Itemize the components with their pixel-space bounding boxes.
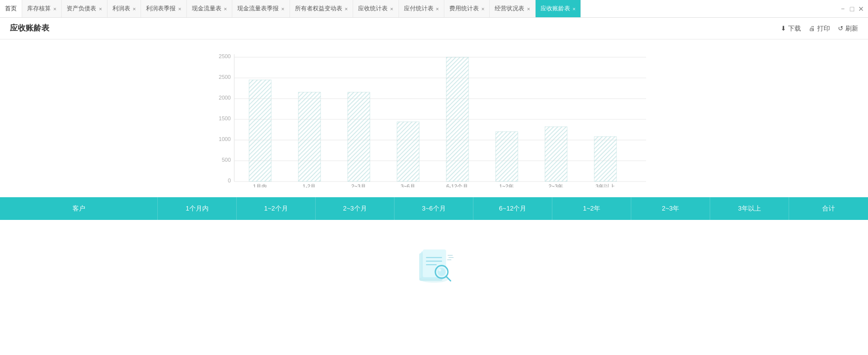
minimize-button[interactable]: － <box>839 4 846 13</box>
main-content: 0 500 1000 1500 2000 2500 2500 <box>0 39 868 355</box>
tab-equity[interactable]: 所有者权益变动表× <box>290 0 353 17</box>
svg-text:1000: 1000 <box>219 136 231 142</box>
tab-inventory[interactable]: 库存核算× <box>22 0 62 17</box>
svg-text:0: 0 <box>228 178 231 183</box>
download-label: 下载 <box>788 24 801 33</box>
tab-close-balance-sheet[interactable]: × <box>99 6 102 12</box>
table-header: 客户 1个月内 1~2个月 2~3个月 3~6个月 6~12个月 1~2年 2~… <box>0 197 868 220</box>
chart-svg-container: 0 500 1000 1500 2000 2500 2500 <box>15 49 853 187</box>
col-2-3year: 2~3年 <box>631 197 710 220</box>
tab-close-aging[interactable]: × <box>573 6 576 12</box>
chart-area: 0 500 1000 1500 2000 2500 2500 <box>0 39 868 197</box>
svg-text:2~3年: 2~3年 <box>548 183 563 187</box>
svg-text:1~2年: 1~2年 <box>499 183 514 187</box>
tab-label-profit: 利润表 <box>112 4 130 13</box>
bar-1-2月 <box>298 92 321 181</box>
close-button[interactable]: ✕ <box>858 5 864 13</box>
print-icon: 🖨 <box>809 25 815 32</box>
bar-2~3月 <box>348 92 370 181</box>
tab-receivable-stat[interactable]: 应收统计表× <box>353 0 398 17</box>
col-3year-plus: 3年以上 <box>710 197 789 220</box>
empty-state <box>0 220 868 309</box>
tab-balance-sheet[interactable]: 资产负债表× <box>62 0 107 17</box>
page-title: 应收账龄表 <box>10 23 49 34</box>
print-button[interactable]: 🖨 打印 <box>809 24 830 33</box>
svg-text:1月内: 1月内 <box>253 183 267 187</box>
tab-profit-quarterly[interactable]: 利润表季报× <box>141 0 186 17</box>
col-1-2month: 1~2个月 <box>237 197 316 220</box>
bar-chart: 0 500 1000 1500 2000 2500 2500 <box>212 49 656 187</box>
bar-3~6月 <box>397 122 419 181</box>
svg-text:6-12个月: 6-12个月 <box>446 183 468 187</box>
svg-text:2000: 2000 <box>219 95 231 101</box>
tab-close-profit[interactable]: × <box>133 6 136 12</box>
tab-aging[interactable]: 应收账龄表× <box>536 0 581 17</box>
tab-bar: 首页库存核算×资产负债表×利润表×利润表季报×现金流量表×现金流量表季报×所有者… <box>0 0 868 18</box>
col-1-2year: 1~2年 <box>552 197 631 220</box>
svg-text:3年以上: 3年以上 <box>595 183 615 187</box>
print-label: 打印 <box>817 24 830 33</box>
col-1month: 1个月内 <box>158 197 237 220</box>
svg-text:500: 500 <box>222 157 231 163</box>
svg-text:1-2月: 1-2月 <box>303 183 316 187</box>
tab-expense-stat[interactable]: 费用统计表× <box>444 0 490 17</box>
tab-label-receivable-stat: 应收统计表 <box>358 4 388 13</box>
tab-close-cashflow[interactable]: × <box>224 6 227 12</box>
tab-label-profit-quarterly: 利润表季报 <box>146 4 176 13</box>
tab-payable-stat[interactable]: 应付统计表× <box>399 0 444 17</box>
tab-label-operation: 经营状况表 <box>495 4 524 13</box>
empty-document-icon <box>409 240 459 289</box>
tab-cashflow[interactable]: 现金流量表× <box>187 0 232 17</box>
refresh-button[interactable]: ↺ 刷新 <box>838 24 858 33</box>
maximize-button[interactable]: □ <box>850 5 854 13</box>
tab-label-expense-stat: 费用统计表 <box>449 4 479 13</box>
tab-label-cashflow: 现金流量表 <box>192 4 221 13</box>
tab-close-inventory[interactable]: × <box>53 6 56 12</box>
tab-close-payable-stat[interactable]: × <box>436 6 439 12</box>
bar-1~2年 <box>496 132 518 181</box>
download-button[interactable]: ⬇ 下载 <box>781 24 801 33</box>
tab-label-aging: 应收账龄表 <box>541 4 570 13</box>
refresh-label: 刷新 <box>845 24 858 33</box>
page-actions: ⬇ 下载 🖨 打印 ↺ 刷新 <box>781 24 858 33</box>
tab-close-receivable-stat[interactable]: × <box>390 6 393 12</box>
col-total: 合计 <box>789 197 868 220</box>
tab-label-home: 首页 <box>5 4 17 13</box>
tab-label-balance-sheet: 资产负债表 <box>67 4 96 13</box>
tab-home[interactable]: 首页 <box>0 0 22 17</box>
tab-close-cashflow-quarterly[interactable]: × <box>281 6 284 12</box>
download-icon: ⬇ <box>781 25 786 32</box>
svg-text:3~6月: 3~6月 <box>400 183 415 187</box>
tab-close-profit-quarterly[interactable]: × <box>178 6 181 12</box>
window-controls: － □ ✕ <box>835 4 868 13</box>
svg-text:2~3月: 2~3月 <box>351 183 366 187</box>
col-customer: 客户 <box>0 197 158 220</box>
tab-bar-inner: 首页库存核算×资产负债表×利润表×利润表季报×现金流量表×现金流量表季报×所有者… <box>0 0 835 17</box>
tab-close-equity[interactable]: × <box>345 6 348 12</box>
bar-1月内 <box>249 80 271 181</box>
tab-close-expense-stat[interactable]: × <box>481 6 484 12</box>
svg-point-35 <box>438 269 441 271</box>
svg-point-33 <box>437 268 445 276</box>
col-6-12month: 6~12个月 <box>473 197 552 220</box>
tab-operation[interactable]: 经营状况表× <box>490 0 535 17</box>
tab-close-operation[interactable]: × <box>527 6 530 12</box>
svg-text:1500: 1500 <box>219 115 231 121</box>
tab-cashflow-quarterly[interactable]: 现金流量表季报× <box>232 0 289 17</box>
svg-text:2500: 2500 <box>219 53 231 59</box>
page-header: 应收账龄表 ⬇ 下载 🖨 打印 ↺ 刷新 <box>0 18 868 39</box>
bar-3年以上 <box>594 137 616 181</box>
tab-label-cashflow-quarterly: 现金流量表季报 <box>237 4 279 13</box>
col-2-3month: 2~3个月 <box>316 197 395 220</box>
bar-2~3年 <box>545 127 567 181</box>
col-3-6month: 3~6个月 <box>395 197 473 220</box>
tab-label-payable-stat: 应付统计表 <box>404 4 434 13</box>
svg-text:2500: 2500 <box>219 74 231 80</box>
tab-profit[interactable]: 利润表× <box>108 0 141 17</box>
tab-label-inventory: 库存核算 <box>27 4 51 13</box>
refresh-icon: ↺ <box>838 25 843 32</box>
bar-6-12个月 <box>446 57 469 181</box>
tab-label-equity: 所有者权益变动表 <box>295 4 342 13</box>
